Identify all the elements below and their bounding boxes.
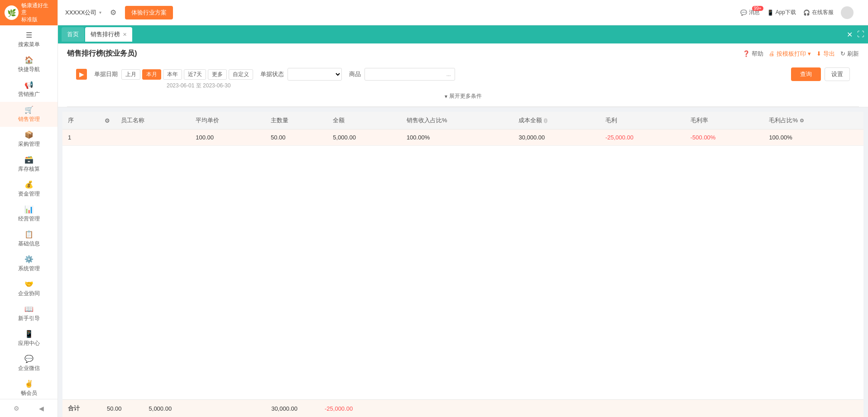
status-filter: 单据状态 bbox=[260, 68, 342, 81]
page-title-row: 销售排行榜(按业务员) ❓ 帮助 🖨 按模板打印 ▾ ⬇ 导出 bbox=[67, 49, 859, 58]
nav-label-marketing: 营销推广 bbox=[18, 91, 40, 98]
nav-icon-enterprise-wechat: 💬 bbox=[24, 355, 34, 363]
last-month-btn[interactable]: 上月 bbox=[121, 69, 140, 80]
sidebar-nav: ☰ 搜索菜单 🏠 快捷导航 📢 营销推广 🛒 销售管理 📦 采购管理 🗃️ 库存… bbox=[0, 25, 58, 399]
sidebar-item-sales[interactable]: 🛒 销售管理 bbox=[0, 102, 58, 127]
nav-label-operations: 经营管理 bbox=[18, 215, 40, 223]
last-7-days-btn[interactable]: 近7天 bbox=[184, 69, 206, 80]
tab-fullscreen-icon[interactable]: ⛶ bbox=[857, 30, 864, 38]
settings-footer-btn[interactable]: ⚙ bbox=[14, 405, 19, 412]
footer-cost-amount: 30,000.00 bbox=[271, 405, 297, 412]
nav-icon-operations: 📊 bbox=[24, 205, 34, 214]
custom-date-btn[interactable]: 自定义 bbox=[229, 69, 253, 80]
topbar: XXXXX公司 ▾ ⚙ 体验行业方案 💬 消息 99+ 📱 App下载 🎧 在线… bbox=[58, 0, 868, 25]
cell-cost-amount: 30,000.00 bbox=[513, 129, 600, 146]
app-download-action[interactable]: 📱 App下载 bbox=[767, 9, 796, 16]
page-header: 销售排行榜(按业务员) ❓ 帮助 🖨 按模板打印 ▾ ⬇ 导出 bbox=[58, 43, 868, 107]
sidebar-item-beginner-guide[interactable]: 📖 新手引导 bbox=[0, 301, 58, 326]
help-icon: ❓ bbox=[743, 50, 750, 57]
expand-more-btn[interactable]: ▾ 展开更多条件 bbox=[76, 90, 850, 102]
topbar-gear-btn[interactable]: ⚙ bbox=[107, 6, 120, 19]
table-footer: 合计 50.00 5,000.00 30,000.00 -25,000.00 bbox=[62, 399, 863, 417]
this-month-btn[interactable]: 本月 bbox=[142, 69, 161, 80]
tab-sales-rank[interactable]: 销售排行榜 ✕ bbox=[85, 27, 132, 42]
date-filter: 单据日期 上月 本月 本年 近7天 更多 自定义 bbox=[94, 69, 253, 80]
help-label: 帮助 bbox=[752, 50, 763, 58]
col-settings[interactable]: ⚙ bbox=[99, 112, 115, 129]
table-area: 序 ⚙ 员工名称 平均单价 主数量 全额 销售收入占比% 成本全额 i 毛利 毛… bbox=[62, 112, 863, 399]
online-service-action[interactable]: 🎧 在线客服 bbox=[803, 9, 834, 16]
nav-icon-system: ⚙️ bbox=[24, 255, 34, 264]
table-row: 1 100.00 50.00 5,000.00 100.00% 30,000.0… bbox=[62, 129, 863, 146]
export-btn[interactable]: ⬇ 导出 bbox=[816, 50, 835, 58]
topbar-right: 💬 消息 99+ 📱 App下载 🎧 在线客服 bbox=[740, 6, 861, 19]
logo-icon: 🌿 bbox=[5, 5, 19, 20]
sidebar-item-inventory[interactable]: 🗃️ 库存核算 bbox=[0, 152, 58, 177]
col-sales-pct: 销售收入占比% bbox=[401, 112, 513, 129]
date-range-display: 2023-06-01 至 2023-06-30 bbox=[167, 82, 850, 90]
nav-label-beginner-guide: 新手引导 bbox=[18, 315, 40, 322]
more-date-btn[interactable]: 更多 bbox=[208, 69, 227, 80]
help-btn[interactable]: ❓ 帮助 bbox=[743, 50, 763, 58]
query-button[interactable]: 查询 bbox=[791, 67, 821, 81]
message-action[interactable]: 💬 消息 99+ bbox=[740, 9, 760, 16]
sidebar-item-enterprise-collab[interactable]: 🤝 企业协同 bbox=[0, 276, 58, 301]
filter-toggle-btn[interactable]: ▶ bbox=[76, 69, 87, 80]
page-title: 销售排行榜(按业务员) bbox=[67, 49, 137, 58]
goods-input[interactable] bbox=[369, 71, 446, 77]
refresh-label: 刷新 bbox=[847, 50, 859, 58]
tab-close-icon[interactable]: ✕ bbox=[123, 32, 127, 38]
goods-filter-label: 商品 bbox=[349, 70, 361, 78]
nav-label-enterprise-wechat: 企业微信 bbox=[18, 364, 40, 372]
print-label: 按模板打印 bbox=[777, 50, 806, 58]
nav-icon-search-order: ☰ bbox=[26, 31, 32, 39]
refresh-btn[interactable]: ↻ 刷新 bbox=[840, 50, 859, 58]
table-header-row: 序 ⚙ 员工名称 平均单价 主数量 全额 销售收入占比% 成本全额 i 毛利 毛… bbox=[62, 112, 863, 129]
trial-industry-button[interactable]: 体验行业方案 bbox=[125, 6, 173, 19]
nav-label-inventory: 库存核算 bbox=[18, 165, 40, 173]
export-label: 导出 bbox=[823, 50, 835, 58]
sidebar: 🌿 畅康通好生意 标准版 ☰ 搜索菜单 🏠 快捷导航 📢 营销推广 🛒 销售管理… bbox=[0, 0, 58, 417]
tab-window-close-icon[interactable]: ✕ bbox=[847, 30, 853, 39]
sidebar-item-finance[interactable]: 💰 资金管理 bbox=[0, 177, 58, 201]
sidebar-item-marketing[interactable]: 📢 营销推广 bbox=[0, 77, 58, 102]
company-chevron-icon: ▾ bbox=[99, 10, 101, 15]
tabbar: 首页 销售排行榜 ✕ ✕ ⛶ bbox=[58, 25, 868, 43]
sidebar-item-app-center[interactable]: 📱 应用中心 bbox=[0, 326, 58, 351]
user-avatar[interactable] bbox=[841, 6, 854, 19]
company-selector[interactable]: XXXXX公司 ▾ bbox=[65, 9, 101, 17]
collapse-sidebar-btn[interactable]: ◀ bbox=[39, 405, 44, 412]
online-service-label: 在线客服 bbox=[812, 9, 834, 16]
sidebar-item-search-order[interactable]: ☰ 搜索菜单 bbox=[0, 27, 58, 52]
sidebar-item-basic-info[interactable]: 📋 基础信息 bbox=[0, 226, 58, 251]
goods-more-icon: ... bbox=[446, 71, 451, 77]
sidebar-item-operations[interactable]: 📊 经营管理 bbox=[0, 201, 58, 226]
sidebar-item-vip[interactable]: ✌️ 畅会员 bbox=[0, 376, 58, 399]
this-year-btn[interactable]: 本年 bbox=[163, 69, 182, 80]
tab-home[interactable]: 首页 bbox=[62, 27, 84, 42]
date-range-text: 2023-06-01 至 2023-06-30 bbox=[167, 82, 230, 89]
header-actions: ❓ 帮助 🖨 按模板打印 ▾ ⬇ 导出 ↻ 刷新 bbox=[743, 50, 859, 58]
cell-settings bbox=[99, 129, 115, 146]
footer-gross: -25,000.00 bbox=[325, 405, 353, 412]
print-btn[interactable]: 🖨 按模板打印 ▾ bbox=[769, 50, 811, 58]
tabbar-right: ✕ ⛶ bbox=[847, 30, 864, 39]
nav-icon-sales: 🛒 bbox=[24, 105, 34, 114]
cell-avg-price: 100.00 bbox=[190, 129, 265, 146]
cell-main-qty: 50.00 bbox=[265, 129, 327, 146]
settings-button[interactable]: 设置 bbox=[825, 67, 850, 81]
cell-gross: -25,000.00 bbox=[600, 129, 685, 146]
status-select[interactable] bbox=[288, 68, 342, 81]
sidebar-item-system[interactable]: ⚙️ 系统管理 bbox=[0, 251, 58, 276]
sidebar-item-quick-nav[interactable]: 🏠 快捷导航 bbox=[0, 52, 58, 77]
cell-rank: 1 bbox=[62, 129, 99, 146]
sidebar-item-enterprise-wechat[interactable]: 💬 企业微信 bbox=[0, 351, 58, 376]
col-gross: 毛利 bbox=[600, 112, 685, 129]
sidebar-item-purchase[interactable]: 📦 采购管理 bbox=[0, 127, 58, 152]
nav-label-sales: 销售管理 bbox=[18, 115, 40, 123]
print-chevron-icon: ▾ bbox=[808, 50, 811, 57]
nav-icon-vip: ✌️ bbox=[24, 379, 34, 388]
col-rank: 序 bbox=[62, 112, 99, 129]
footer-main-qty: 50.00 bbox=[107, 405, 122, 412]
col-cost-amount: 成本全额 i bbox=[513, 112, 600, 129]
